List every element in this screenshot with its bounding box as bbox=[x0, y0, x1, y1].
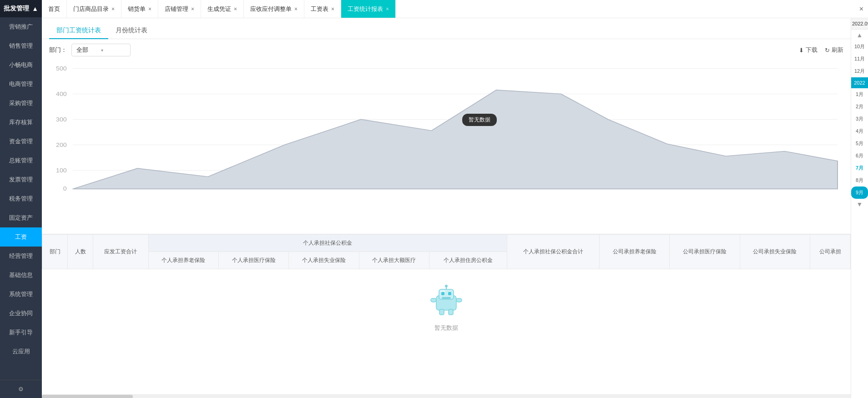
cal-month-7[interactable]: 7月 bbox=[851, 162, 868, 174]
empty-text: 暂无数据 bbox=[434, 324, 458, 332]
scrollbar[interactable] bbox=[42, 394, 851, 398]
sidebar-item-工资[interactable]: 工资 bbox=[0, 227, 42, 247]
download-label: 下载 bbox=[806, 46, 818, 54]
svg-rect-22 bbox=[439, 309, 444, 315]
sidebar-item-基础信息[interactable]: 基础信息 bbox=[0, 266, 42, 285]
dept-select[interactable]: 全部 ▾ bbox=[71, 44, 131, 56]
svg-text:500: 500 bbox=[56, 65, 67, 71]
sidebar-item-系统管理[interactable]: 系统管理 bbox=[0, 285, 42, 304]
tab-label: 应收应付调整单 bbox=[250, 5, 292, 13]
sidebar-title: 批发管理 bbox=[4, 5, 29, 13]
cal-month-4[interactable]: 4月 bbox=[851, 125, 868, 137]
content-area: 部门工资统计表月份统计表 部门： 全部 ▾ ⬇ 下载 bbox=[42, 18, 868, 398]
tab-close-icon[interactable]: × bbox=[331, 6, 334, 12]
cal-month-8[interactable]: 8月 bbox=[851, 174, 868, 186]
tab-close-icon[interactable]: × bbox=[386, 6, 389, 12]
cal-month-9[interactable]: 9月 bbox=[851, 186, 868, 199]
th-personal-housing: 个人承担住房公积金 bbox=[429, 252, 507, 269]
sidebar-item-企业协同[interactable]: 企业协同 bbox=[0, 304, 42, 323]
cal-month-3[interactable]: 3月 bbox=[851, 113, 868, 125]
cal-month-10[interactable]: 10月 bbox=[851, 40, 868, 53]
sidebar-item-新手引导[interactable]: 新手引导 bbox=[0, 323, 42, 342]
sidebar-item-税务管理[interactable]: 税务管理 bbox=[0, 189, 42, 208]
tabbar: 首页门店商品目录×销货单×店铺管理×生成凭证×应收应付调整单×工资表×工资统计报… bbox=[42, 0, 868, 18]
svg-rect-17 bbox=[441, 292, 444, 295]
sidebar-item-小畅电商[interactable]: 小畅电商 bbox=[0, 55, 42, 75]
table-section: 部门 人数 应发工资合计 个人承担社保公积金 个人承担社保公积金合计 公司承担养… bbox=[42, 234, 851, 398]
tab-生成凭证[interactable]: 生成凭证× bbox=[201, 0, 244, 18]
cal-month-2[interactable]: 2月 bbox=[851, 101, 868, 113]
sidebar-item-总账管理[interactable]: 总账管理 bbox=[0, 151, 42, 170]
svg-marker-12 bbox=[73, 90, 838, 189]
robot-svg bbox=[428, 283, 464, 319]
tab-销货单[interactable]: 销货单× bbox=[121, 0, 158, 18]
sidebar-item-营销推广[interactable]: 营销推广 bbox=[0, 17, 42, 36]
th-personal-group: 个人承担社保公积金 bbox=[148, 235, 507, 252]
tab-应收应付调整单[interactable]: 应收应付调整单× bbox=[244, 0, 304, 18]
sidebar-item-经营管理[interactable]: 经营管理 bbox=[0, 247, 42, 266]
svg-rect-21 bbox=[456, 298, 462, 302]
cal-nav-up[interactable]: ▲ bbox=[851, 30, 868, 40]
th-company-medical: 公司承担医疗保险 bbox=[670, 235, 740, 269]
sidebar-item-库存核算[interactable]: 库存核算 bbox=[0, 113, 42, 132]
sidebar-item-电商管理[interactable]: 电商管理 bbox=[0, 75, 42, 94]
tab-label: 生成凭证 bbox=[207, 5, 231, 13]
tab-工资表[interactable]: 工资表× bbox=[304, 0, 341, 18]
tab-工资统计报表[interactable]: 工资统计报表× bbox=[341, 0, 396, 18]
sidebar-item-资金管理[interactable]: 资金管理 bbox=[0, 132, 42, 151]
cal-month-5[interactable]: 5月 bbox=[851, 137, 868, 150]
tab-close-icon[interactable]: × bbox=[148, 6, 151, 12]
sidebar-item-采购管理[interactable]: 采购管理 bbox=[0, 94, 42, 113]
tab-label: 门店商品目录 bbox=[73, 5, 109, 13]
dept-label: 部门： bbox=[49, 46, 67, 54]
sidebar-item-发票管理[interactable]: 发票管理 bbox=[0, 170, 42, 189]
tab-店铺管理[interactable]: 店铺管理× bbox=[158, 0, 201, 18]
tab-close-icon[interactable]: × bbox=[234, 6, 237, 12]
sidebar-footer[interactable]: ⚙ bbox=[0, 380, 42, 398]
sidebar-item-固定资产[interactable]: 固定资产 bbox=[0, 208, 42, 227]
th-company-other: 公司承担 bbox=[810, 235, 851, 269]
cal-nav-down[interactable]: ▼ bbox=[851, 199, 868, 210]
sub-tab-月份统计表[interactable]: 月份统计表 bbox=[108, 23, 155, 39]
svg-text:200: 200 bbox=[56, 142, 67, 148]
cal-month-11[interactable]: 11月 bbox=[851, 53, 868, 65]
cal-month-12[interactable]: 12月 bbox=[851, 65, 868, 77]
chart-container: 500 400 300 200 100 0 bbox=[49, 65, 843, 193]
toolbar: 部门： 全部 ▾ ⬇ 下载 ↻ 刷新 bbox=[42, 39, 851, 61]
th-dept: 部门 bbox=[42, 235, 68, 269]
th-company-pension: 公司承担养老保险 bbox=[600, 235, 670, 269]
tab-首页[interactable]: 首页 bbox=[42, 0, 67, 18]
svg-rect-20 bbox=[431, 298, 436, 302]
tabbar-close-button[interactable]: × bbox=[855, 0, 868, 18]
refresh-button[interactable]: ↻ 刷新 bbox=[825, 46, 843, 54]
svg-rect-18 bbox=[448, 292, 451, 295]
sidebar-item-销售管理[interactable]: 销售管理 bbox=[0, 36, 42, 55]
empty-state: 暂无数据 bbox=[42, 269, 851, 346]
svg-rect-24 bbox=[440, 290, 445, 292]
cal-year-2022[interactable]: 2022 bbox=[851, 77, 868, 88]
cal-month-6[interactable]: 6月 bbox=[851, 150, 868, 162]
svg-text:400: 400 bbox=[56, 91, 67, 97]
right-calendar: 2022.09 ▲ 10月 11月 12月 2022 1月 2月 3月 4月 5… bbox=[851, 18, 868, 398]
cal-month-1[interactable]: 1月 bbox=[851, 88, 868, 101]
tab-close-icon[interactable]: × bbox=[294, 6, 298, 12]
tab-门店商品目录[interactable]: 门店商品目录× bbox=[67, 0, 121, 18]
table-outer[interactable]: 部门 人数 应发工资合计 个人承担社保公积金 个人承担社保公积金合计 公司承担养… bbox=[42, 234, 851, 394]
main-area: 首页门店商品目录×销货单×店铺管理×生成凭证×应收应付调整单×工资表×工资统计报… bbox=[42, 0, 868, 398]
download-button[interactable]: ⬇ 下载 bbox=[799, 46, 818, 54]
scrollbar-thumb bbox=[42, 395, 133, 398]
tab-close-icon[interactable]: × bbox=[191, 6, 194, 12]
th-personal-pension: 个人承担养老保险 bbox=[148, 252, 218, 269]
svg-rect-23 bbox=[449, 309, 453, 315]
th-personal-medical: 个人承担医疗保险 bbox=[218, 252, 288, 269]
sidebar-item-云应用[interactable]: 云应用 bbox=[0, 342, 42, 361]
sidebar: 批发管理 ▲ 营销推广销售管理小畅电商电商管理采购管理库存核算资金管理总账管理发… bbox=[0, 0, 42, 398]
th-personal-unemployment: 个人承担失业保险 bbox=[289, 252, 359, 269]
chart-svg: 500 400 300 200 100 0 bbox=[49, 65, 843, 193]
tab-label: 工资统计报表 bbox=[348, 5, 383, 13]
svg-text:100: 100 bbox=[56, 167, 67, 174]
sub-tab-部门工资统计表[interactable]: 部门工资统计表 bbox=[49, 23, 108, 39]
dept-dropdown-arrow: ▾ bbox=[101, 48, 126, 53]
tab-close-icon[interactable]: × bbox=[111, 6, 115, 12]
sidebar-header[interactable]: 批发管理 ▲ bbox=[0, 0, 42, 17]
